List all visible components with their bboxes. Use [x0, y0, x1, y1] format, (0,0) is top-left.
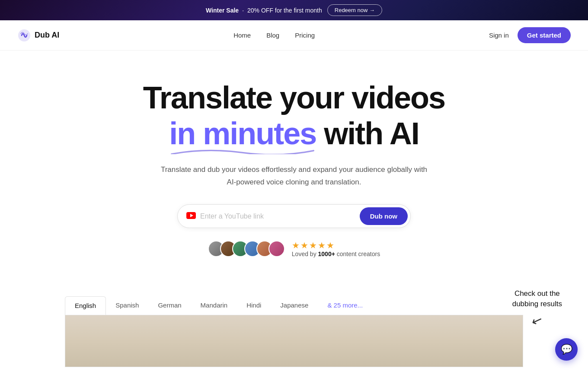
tab-english[interactable]: English: [65, 296, 106, 315]
nav-right: Sign in Get started: [489, 27, 571, 43]
tab-japanese[interactable]: Japanese: [271, 296, 318, 315]
input-section: Dub now: [65, 204, 523, 228]
social-right: ★★★★★ Loved by 1000+ content creators: [292, 240, 380, 257]
banner-winter-label: Winter Sale: [206, 7, 239, 14]
video-preview: [65, 315, 523, 367]
tab-mandarin[interactable]: Mandarin: [191, 296, 237, 315]
nav-home[interactable]: Home: [233, 32, 251, 39]
nav-links: Home Blog Pricing: [233, 32, 315, 39]
tab-more[interactable]: & 25 more...: [318, 296, 372, 315]
social-text: Loved by 1000+ content creators: [292, 251, 380, 257]
social-suffix: content creators: [335, 251, 380, 257]
redeem-button[interactable]: Redeem now →: [327, 4, 382, 16]
get-started-button[interactable]: Get started: [518, 27, 571, 43]
nav-pricing[interactable]: Pricing: [295, 32, 315, 39]
social-proof: ★★★★★ Loved by 1000+ content creators: [65, 240, 523, 257]
navbar: Dub AI Home Blog Pricing Sign in Get sta…: [0, 20, 588, 51]
hero-section: Translate your videos in minutes with AI…: [56, 51, 532, 275]
tab-hindi[interactable]: Hindi: [237, 296, 271, 315]
star-rating: ★★★★★: [292, 240, 335, 251]
avatar: [268, 241, 285, 257]
tab-spanish[interactable]: Spanish: [106, 296, 148, 315]
promo-banner: Winter Sale · 20% OFF for the first mont…: [0, 0, 588, 20]
video-preview-inner: [65, 315, 523, 367]
hero-accent: in minutes: [169, 117, 316, 151]
youtube-link-input[interactable]: [200, 212, 360, 220]
language-tabs: English Spanish German Mandarin Hindi Ja…: [65, 296, 523, 315]
tab-german[interactable]: German: [148, 296, 191, 315]
hero-title-rest: with AI: [316, 116, 419, 151]
chat-button[interactable]: 💬: [555, 338, 578, 361]
dub-now-button[interactable]: Dub now: [360, 207, 408, 225]
banner-discount: 20% OFF for the first month: [247, 7, 322, 14]
input-wrapper: Dub now: [177, 204, 411, 228]
banner-dot: ·: [242, 7, 244, 14]
logo-text: Dub AI: [35, 31, 59, 40]
hero-title-line2: in minutes with AI: [65, 117, 523, 151]
hero-subtitle: Translate and dub your videos effortless…: [160, 164, 428, 189]
logo-icon: [17, 29, 31, 42]
language-section: English Spanish German Mandarin Hindi Ja…: [56, 296, 532, 367]
logo-link[interactable]: Dub AI: [17, 29, 59, 42]
banner-text: Winter Sale · 20% OFF for the first mont…: [206, 7, 322, 14]
nav-blog[interactable]: Blog: [266, 32, 279, 39]
hero-title: Translate your videos in minutes with AI: [65, 81, 523, 151]
youtube-icon: [186, 212, 196, 221]
loved-by-label: Loved by: [292, 251, 316, 257]
chat-icon: 💬: [561, 344, 572, 355]
hero-title-line1: Translate your videos: [143, 80, 445, 115]
sign-in-button[interactable]: Sign in: [489, 32, 509, 39]
user-count: 1000+: [318, 251, 335, 257]
avatar-group: [208, 241, 285, 257]
